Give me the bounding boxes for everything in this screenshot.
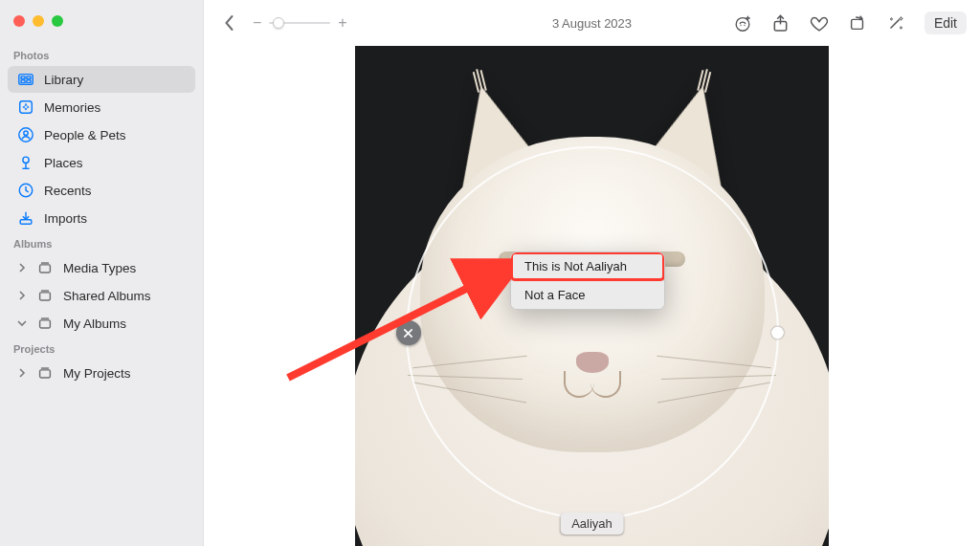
svg-rect-1 bbox=[21, 76, 25, 79]
sidebar-item-label: Media Types bbox=[63, 261, 186, 275]
svg-rect-10 bbox=[20, 220, 32, 225]
face-resize-handle[interactable] bbox=[771, 327, 784, 339]
window-controls bbox=[0, 10, 203, 44]
sidebar-item-my-projects[interactable]: My Projects bbox=[8, 360, 195, 386]
clock-icon bbox=[17, 182, 34, 199]
zoom-in-label: + bbox=[338, 14, 346, 32]
import-icon bbox=[17, 209, 34, 227]
sidebar-item-label: Library bbox=[44, 73, 186, 87]
sidebar-item-memories[interactable]: Memories bbox=[8, 94, 195, 120]
stack-icon bbox=[36, 287, 54, 304]
svg-point-8 bbox=[23, 157, 29, 163]
remove-face-button[interactable] bbox=[396, 320, 421, 345]
sidebar-item-my-albums[interactable]: My Albums bbox=[8, 310, 195, 337]
sidebar: Photos Library Memories People & Pets Pl… bbox=[0, 0, 204, 546]
svg-rect-13 bbox=[40, 320, 51, 328]
minimize-window-button[interactable] bbox=[33, 15, 44, 27]
sidebar-heading-albums: Albums bbox=[0, 232, 203, 253]
sidebar-item-label: Places bbox=[44, 156, 186, 170]
svg-point-16 bbox=[740, 24, 741, 25]
sidebar-item-library[interactable]: Library bbox=[8, 66, 195, 93]
stack-icon bbox=[36, 259, 54, 276]
sidebar-item-imports[interactable]: Imports bbox=[8, 205, 195, 231]
svg-rect-2 bbox=[27, 76, 31, 79]
pin-icon bbox=[17, 154, 34, 171]
chevron-down-icon bbox=[17, 319, 27, 327]
sidebar-item-label: My Projects bbox=[63, 366, 186, 381]
sidebar-item-recents[interactable]: Recents bbox=[8, 177, 195, 204]
zoom-track[interactable] bbox=[269, 22, 330, 24]
sidebar-item-label: People & Pets bbox=[44, 128, 186, 142]
sidebar-item-people-pets[interactable]: People & Pets bbox=[8, 121, 195, 148]
grid-icon bbox=[17, 71, 34, 88]
svg-rect-19 bbox=[852, 19, 863, 29]
stack-icon bbox=[36, 315, 54, 332]
rotate-icon[interactable] bbox=[848, 13, 867, 33]
menu-item-this-is-not[interactable]: This is Not Aaliyah bbox=[511, 252, 664, 280]
share-icon[interactable] bbox=[771, 13, 791, 33]
zoom-slider[interactable]: − + bbox=[253, 14, 347, 32]
sidebar-item-places[interactable]: Places bbox=[8, 149, 195, 176]
face-detection-circle[interactable] bbox=[406, 146, 779, 519]
app-window: Photos Library Memories People & Pets Pl… bbox=[0, 0, 980, 546]
sidebar-item-label: My Albums bbox=[63, 317, 186, 331]
svg-rect-14 bbox=[40, 370, 51, 378]
toolbar: − + 3 August 2023 bbox=[204, 0, 980, 46]
svg-point-15 bbox=[736, 17, 749, 31]
back-button[interactable] bbox=[217, 12, 241, 33]
chevron-right-icon bbox=[17, 263, 27, 273]
svg-rect-4 bbox=[27, 80, 31, 83]
zoom-knob[interactable] bbox=[273, 17, 284, 29]
edit-button[interactable]: Edit bbox=[924, 11, 967, 34]
sidebar-item-label: Recents bbox=[44, 184, 186, 198]
menu-item-not-a-face[interactable]: Not a Face bbox=[511, 281, 664, 309]
sidebar-item-label: Memories bbox=[44, 100, 186, 115]
sidebar-heading-photos: Photos bbox=[0, 44, 203, 65]
svg-point-17 bbox=[744, 24, 745, 25]
svg-rect-11 bbox=[40, 265, 51, 273]
sidebar-item-label: Shared Albums bbox=[63, 289, 186, 303]
sidebar-heading-projects: Projects bbox=[0, 338, 203, 359]
zoom-out-label: − bbox=[253, 14, 261, 32]
sidebar-item-shared-albums[interactable]: Shared Albums bbox=[8, 282, 195, 309]
people-icon bbox=[17, 126, 34, 143]
sidebar-item-media-types[interactable]: Media Types bbox=[8, 254, 195, 281]
svg-point-7 bbox=[24, 131, 28, 135]
face-name-tag[interactable]: Aaliyah bbox=[560, 513, 624, 535]
sparkle-square-icon bbox=[17, 98, 34, 116]
toolbar-right: Edit bbox=[733, 11, 967, 34]
chevron-right-icon bbox=[17, 368, 27, 378]
main-content: − + 3 August 2023 bbox=[204, 0, 980, 546]
svg-rect-12 bbox=[40, 293, 51, 300]
svg-rect-3 bbox=[21, 80, 25, 83]
fullscreen-window-button[interactable] bbox=[52, 15, 63, 27]
close-window-button[interactable] bbox=[13, 15, 25, 27]
pet-add-icon[interactable] bbox=[733, 13, 752, 33]
heart-icon[interactable] bbox=[810, 13, 829, 33]
sidebar-item-label: Imports bbox=[44, 211, 186, 226]
stack-icon bbox=[36, 364, 54, 382]
context-menu: This is Not Aaliyah Not a Face bbox=[510, 251, 665, 310]
chevron-right-icon bbox=[17, 291, 27, 300]
wand-icon[interactable] bbox=[886, 13, 905, 33]
photo-date: 3 August 2023 bbox=[552, 16, 632, 31]
